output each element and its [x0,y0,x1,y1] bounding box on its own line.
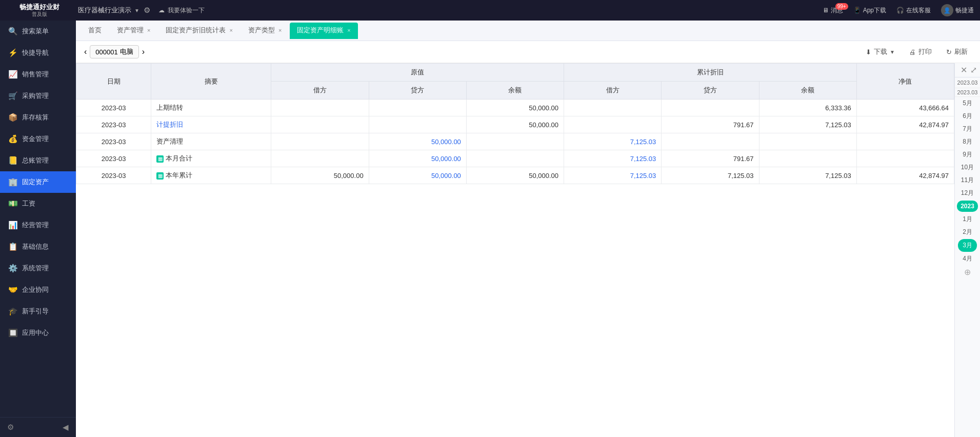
sidebar-item-inventory[interactable]: 📦 库存核算 [0,107,76,128]
payroll-icon: 💵 [8,199,18,208]
notification-badge: 99+ [835,3,848,10]
ledger-icon: 📒 [8,156,18,165]
sidebar-item-guide[interactable]: 🎓 新手引导 [0,301,76,322]
timeline-month-3[interactable]: 3月 [958,239,977,252]
customer-service-item[interactable]: 🎧 在线客服 [896,6,931,15]
tab-close-depreciation-stats[interactable]: × [229,27,232,33]
th-accumulated-depreciation: 累计折旧 [564,64,857,82]
sidebar-item-finance[interactable]: 💰 资金管理 [0,128,76,150]
table-row: 2023-03 计提折旧 50,000.00 791.67 7,125.03 4… [76,116,954,133]
gear-icon[interactable]: ⚙ [7,423,14,432]
sidebar-item-payroll[interactable]: 💵 工资 [0,193,76,214]
table-container[interactable]: 日期 摘要 原值 累计折旧 净值 借方 贷方 余额 借方 [76,63,954,437]
tab-home[interactable]: 首页 [81,23,109,39]
app-edition: 普及版 [32,11,47,17]
sidebar-item-search[interactable]: 🔍 搜索菜单 [0,21,76,42]
main-layout: 🔍 搜索菜单 ⚡ 快捷导航 📈 销售管理 🛒 采购管理 📦 库存核算 💰 资金管… [0,21,980,437]
timeline-month-9[interactable]: 9月 [955,148,980,161]
cell-dep-credit [662,133,759,150]
tab-bar: 首页 资产管理 × 固定资产折旧统计表 × 资产类型 × 固定资产明细账 × [76,21,980,41]
timeline-month-11[interactable]: 11月 [955,174,980,187]
sidebar-item-app-center[interactable]: 🔲 应用中心 [0,322,76,344]
timeline-month-10[interactable]: 10月 [955,161,980,174]
expand-panel-icon[interactable]: ⤢ [970,65,977,75]
sidebar-label-app-center: 应用中心 [22,328,49,337]
nav-prev-icon[interactable]: ‹ [84,47,87,56]
th-orig-credit: 贷方 [369,82,466,100]
asset-code: 000001 [95,48,117,56]
collapse-icon[interactable]: ◀ [63,423,69,432]
close-panel-icon[interactable]: ✕ [961,65,967,75]
cell-orig-credit [369,116,466,133]
timeline-current-year[interactable]: 2023 [957,201,978,212]
tab-asset-detail[interactable]: 固定资产明细账 × [290,23,357,39]
sidebar-item-ledger[interactable]: 📒 总账管理 [0,150,76,171]
sales-icon: 📈 [8,70,18,79]
cell-summary[interactable]: 计提折旧 [151,116,271,133]
sidebar-item-fixed-assets[interactable]: 🏢 固定资产 [0,171,76,193]
cell-summary: ▦本月合计 [151,150,271,167]
experience-button[interactable]: ☁ 我要体验一下 [158,6,205,15]
header-right-area: 🖥 消息 99+ 📱 App下载 🎧 在线客服 👤 畅捷通 [823,4,974,16]
app-download-item[interactable]: 📱 App下载 [853,6,886,15]
sidebar-label-payroll: 工资 [22,199,35,208]
sidebar-item-sales[interactable]: 📈 销售管理 [0,64,76,85]
sidebar-label-inventory: 库存核算 [22,113,49,122]
table-row: 2023-03 ▦本年累计 50,000.00 50,000.00 50,000… [76,167,954,184]
user-item[interactable]: 👤 畅捷通 [941,4,974,16]
cell-dep-debit [564,116,662,133]
finance-icon: 💰 [8,134,18,144]
timeline-month-2[interactable]: 2月 [955,226,980,239]
tab-depreciation-stats[interactable]: 固定资产折旧统计表 × [158,23,239,39]
cell-net-value [856,150,954,167]
tab-asset-type[interactable]: 资产类型 × [241,23,289,39]
timeline-month-7[interactable]: 7月 [955,123,980,135]
th-dep-balance: 余额 [759,82,856,100]
asset-name: 电脑 [120,47,133,56]
sidebar-item-cooperation[interactable]: 🤝 企业协同 [0,279,76,301]
fixed-assets-icon: 🏢 [8,177,18,187]
timeline-month-1[interactable]: 1月 [955,213,980,226]
nav-next-icon[interactable]: › [142,47,145,56]
download-button[interactable]: ⬇ 下载 ▼ [862,45,899,58]
refresh-button[interactable]: ↻ 刷新 [942,45,972,58]
sub-header: ‹ 000001 电脑 › ⬇ 下载 ▼ 🖨 打印 ↻ [76,41,980,63]
settings-icon[interactable]: ⚙ [144,6,150,15]
timeline-month-6[interactable]: 6月 [955,110,980,123]
timeline-header-date1: 2023.03 [955,77,980,88]
sidebar-item-system[interactable]: ⚙️ 系统管理 [0,257,76,279]
timeline-month-5[interactable]: 5月 [955,97,980,110]
sidebar-item-quick-nav[interactable]: ⚡ 快捷导航 [0,42,76,64]
avatar: 👤 [941,4,953,16]
tab-close-asset-type[interactable]: × [278,27,282,33]
inventory-icon: 📦 [8,113,18,122]
sidebar-item-purchase[interactable]: 🛒 采购管理 [0,85,76,107]
cell-dep-balance: 6,333.36 [759,100,856,116]
timeline-month-12[interactable]: 12月 [955,187,980,200]
cell-net-value [856,133,954,150]
th-orig-debit: 借方 [271,82,369,100]
cell-dep-credit [662,100,759,116]
cell-summary: ▦本年累计 [151,167,271,184]
content-area: 首页 资产管理 × 固定资产折旧统计表 × 资产类型 × 固定资产明细账 × ‹ [76,21,980,437]
tab-close-asset-mgmt[interactable]: × [147,27,150,33]
cell-dep-credit: 7,125.03 [662,167,759,184]
timeline-scroll-down-icon[interactable]: ⊕ [955,265,980,279]
print-button[interactable]: 🖨 打印 [905,45,936,58]
sidebar-item-operations[interactable]: 📊 经营管理 [0,214,76,236]
tab-asset-mgmt[interactable]: 资产管理 × [110,23,157,39]
timeline-month-8[interactable]: 8月 [955,135,980,148]
download-icon: 📱 [853,7,861,14]
notifications-item[interactable]: 🖥 消息 99+ [823,6,843,15]
cell-date: 2023-03 [76,100,151,116]
company-selector[interactable]: 医疗器械行业演示 ▼ [78,6,139,15]
cell-summary: 资产清理 [151,133,271,150]
sidebar-label-quick-nav: 快捷导航 [22,48,49,57]
cell-orig-balance: 50,000.00 [466,116,564,133]
timeline-month-4[interactable]: 4月 [955,252,980,265]
cloud-icon: ☁ [158,7,165,14]
operations-icon: 📊 [8,221,18,230]
cell-net-value: 42,874.97 [856,116,954,133]
sidebar-item-basic-info[interactable]: 📋 基础信息 [0,236,76,257]
tab-close-asset-detail[interactable]: × [347,27,350,33]
